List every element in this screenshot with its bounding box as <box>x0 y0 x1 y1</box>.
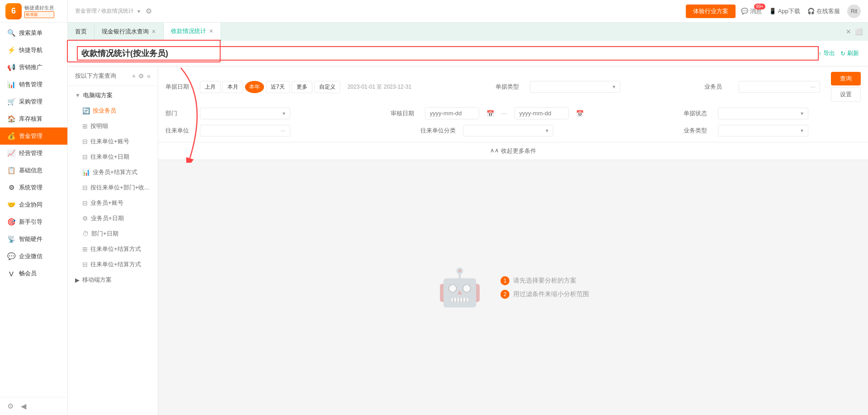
sidebar-item-label: 搜索菜单 <box>19 29 42 37</box>
tree-item-unit-dept[interactable]: ⊟ 按往来单位+部门+收... <box>68 180 158 195</box>
service-icon: 🎧 <box>807 8 815 14</box>
salesman-select[interactable]: ··· <box>739 81 820 93</box>
sidebar-item-member[interactable]: V 畅会员 <box>0 265 67 282</box>
tree-item-unit-settle1[interactable]: ⊞ 往来单位+结算方式 <box>68 241 158 257</box>
sidebar-item-stock[interactable]: 🏠 库存核算 <box>0 110 67 127</box>
tree-item-by-detail[interactable]: ⊞ 按明细 <box>68 118 158 134</box>
review-date-end[interactable] <box>514 107 569 119</box>
sidebar-item-hardware[interactable]: 📡 智能硬件 <box>0 231 67 248</box>
date-btn-7days[interactable]: 近7天 <box>266 81 290 93</box>
mobile-group-label: 移动端方案 <box>82 276 112 284</box>
tree-item-by-salesman[interactable]: 🔄 按业务员 <box>68 103 158 118</box>
tab-receipt-close[interactable]: ✕ <box>209 28 213 34</box>
unit-settle1-icon: ⊞ <box>82 245 88 253</box>
salesman-label: 业务员 <box>704 83 731 91</box>
partner-select[interactable]: ··· <box>200 125 290 137</box>
topbar-gear-icon[interactable]: ⚙ <box>144 5 154 17</box>
sidebar-item-quick[interactable]: ⚡ 快捷导航 <box>0 42 67 59</box>
date-btn-more[interactable]: 更多 <box>292 81 312 93</box>
service-button[interactable]: 🎧 在线客服 <box>807 7 840 15</box>
tree-section: ▼ 电脑端方案 🔄 按业务员 ⊞ 按明细 ⊟ <box>68 86 158 289</box>
filter-row-2: 部门 ▾ 审核日期 📅 — 📅 单据状态 <box>165 107 861 119</box>
dept-select[interactable]: ▾ <box>200 108 290 119</box>
system-icon: ⚙ <box>7 184 15 192</box>
tree-item-unit-date[interactable]: ⊟ 往来单位+日期 <box>68 149 158 165</box>
sidebar-item-label: 系统管理 <box>19 184 42 192</box>
tab-bank-close[interactable]: ✕ <box>151 28 156 35</box>
tree-item-salesman-account[interactable]: ⊟ 业务员+账号 <box>68 195 158 211</box>
tab-receipt[interactable]: 收款情况统计 ✕ <box>164 23 221 41</box>
tab-home-label: 首页 <box>75 28 87 36</box>
refresh-button[interactable]: ↻ 刷新 <box>840 49 859 57</box>
settings-bottom-icon[interactable]: ⚙ <box>7 402 14 410</box>
review-date-label: 审核日期 <box>391 109 418 118</box>
settings-button[interactable]: 设置 <box>831 87 861 102</box>
review-date-start[interactable] <box>425 107 479 119</box>
operation-icon: 📈 <box>7 149 15 157</box>
dept-arrow-icon: ▾ <box>283 110 285 117</box>
bill-status-label: 单据状态 <box>684 109 711 118</box>
sidebar-item-sales[interactable]: 📊 销售管理 <box>0 76 67 93</box>
tab-bank[interactable]: 现金银行流水查询 ✕ <box>94 23 164 41</box>
sidebar-item-label: 企业微信 <box>19 252 42 260</box>
sidebar-item-finance[interactable]: 💰 资金管理 <box>0 127 67 145</box>
tip1-num: 1 <box>500 276 509 285</box>
maximize-window-icon[interactable]: ⬜ <box>855 28 863 35</box>
tree-item-salesman-settle[interactable]: 📊 业务员+结算方式 <box>68 165 158 180</box>
user-avatar[interactable]: Rit <box>847 5 861 18</box>
add-scheme-icon[interactable]: + <box>132 72 136 80</box>
sidebar-item-system[interactable]: ⚙ 系统管理 <box>0 179 67 196</box>
message-button[interactable]: 💬 消息 99+ <box>741 7 762 15</box>
newbie-icon: 🎯 <box>7 218 15 226</box>
sidebar-item-marketing[interactable]: 📢 营销推广 <box>0 59 67 76</box>
tree-item-unit-settle2[interactable]: ⊟ 往来单位+结算方式 <box>68 257 158 272</box>
date-btn-this-year[interactable]: 本年 <box>245 81 264 93</box>
sidebar-item-operation[interactable]: 📈 经营管理 <box>0 145 67 162</box>
date-btn-this-month[interactable]: 本月 <box>222 81 243 93</box>
empty-state: 🤖 1 请先选择要分析的方案 2 用过滤条件来缩小分析范围 <box>437 266 589 309</box>
sidebar-item-newbie[interactable]: 🎯 新手引导 <box>0 213 67 231</box>
member-icon: V <box>7 269 15 278</box>
salesman-more-icon[interactable]: ··· <box>811 84 815 90</box>
date-btn-last-month[interactable]: 上月 <box>200 81 221 93</box>
date-btn-custom[interactable]: 自定义 <box>314 81 340 93</box>
enterprise-icon: 🤝 <box>7 201 15 209</box>
collapse-panel-icon[interactable]: « <box>147 72 151 80</box>
tree-item-unit-account[interactable]: ⊟ 往来单位+账号 <box>68 134 158 149</box>
bill-type-select[interactable]: ▾ <box>530 81 620 93</box>
sidebar-item-label: 快捷导航 <box>19 46 42 54</box>
review-date-start-calendar-icon[interactable]: 📅 <box>486 110 494 117</box>
topbar-right: 💬 消息 99+ 📱 App下载 🎧 在线客服 Rit <box>741 5 861 18</box>
refresh-icon: ↻ <box>840 50 845 57</box>
business-type-select[interactable]: ▾ <box>718 125 808 137</box>
pc-group-header[interactable]: ▼ 电脑端方案 <box>68 88 158 103</box>
collapse-sidebar-icon[interactable]: ◀ <box>21 402 26 410</box>
review-date-end-calendar-icon[interactable]: 📅 <box>576 110 584 117</box>
breadcrumb-dropdown-icon[interactable]: ▾ <box>137 8 140 14</box>
close-window-icon[interactable]: ✕ <box>846 28 851 35</box>
partner-category-select[interactable]: ▾ <box>463 125 553 137</box>
mobile-group-header[interactable]: ▶ 移动端方案 <box>75 276 151 284</box>
app-download-button[interactable]: 📱 App下载 <box>769 7 800 15</box>
collapse-filter-bar[interactable]: ∧∧ 收起更多条件 <box>158 142 868 160</box>
sidebar-item-basic[interactable]: 📋 基础信息 <box>0 162 67 179</box>
business-type-arrow-icon: ▾ <box>801 127 803 134</box>
scheme-settings-icon[interactable]: ⚙ <box>138 72 144 80</box>
bill-status-select[interactable]: ▾ <box>718 108 808 119</box>
sidebar-item-label: 智能硬件 <box>19 235 42 243</box>
query-button[interactable]: 查询 <box>831 72 861 85</box>
page-header: 收款情况统计(按业务员) ↑ 导出 ↻ 刷新 <box>68 41 868 66</box>
partner-more-icon[interactable]: ··· <box>281 127 285 134</box>
tree-item-dept-date[interactable]: ⏱ 部门+日期 <box>68 226 158 241</box>
solution-button[interactable]: 体验行业方案 <box>686 5 736 18</box>
hardware-icon: 📡 <box>7 235 15 243</box>
tree-item-label: 按业务员 <box>93 107 116 115</box>
tree-item-salesman-date[interactable]: ⚙ 业务员+日期 <box>68 211 158 226</box>
tab-home[interactable]: 首页 <box>68 23 94 41</box>
sidebar-item-search[interactable]: 🔍 搜索菜单 <box>0 24 67 42</box>
sidebar-item-enterprise[interactable]: 🤝 企业协同 <box>0 196 67 213</box>
main-data-area: 🤖 1 请先选择要分析的方案 2 用过滤条件来缩小分析范围 <box>158 160 868 415</box>
sidebar-item-wechat[interactable]: 💬 企业微信 <box>0 248 67 265</box>
sidebar-item-purchase[interactable]: 🛒 采购管理 <box>0 93 67 110</box>
export-button[interactable]: ↑ 导出 <box>819 49 835 57</box>
